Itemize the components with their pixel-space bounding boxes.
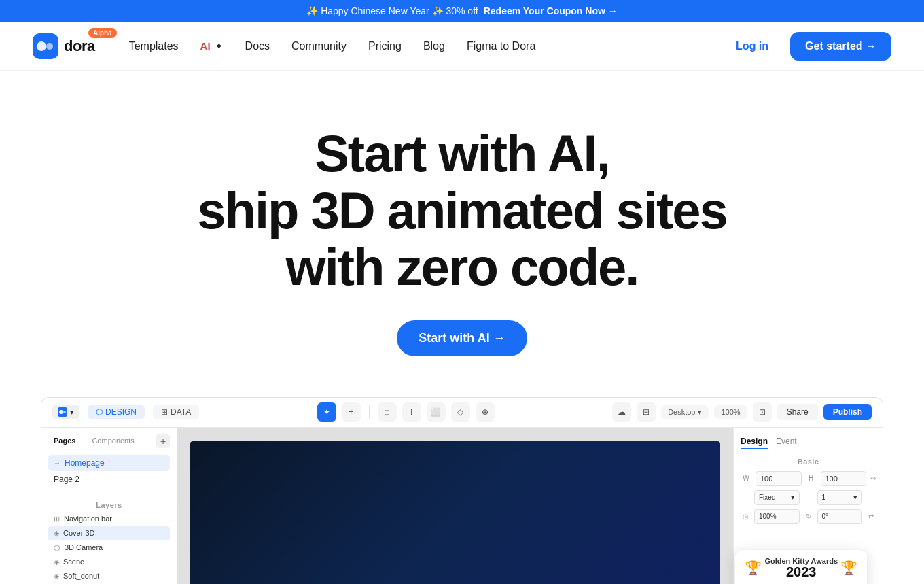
toolbar-divider [369, 406, 370, 418]
nav-templates[interactable]: Templates [120, 35, 188, 58]
nav-ai[interactable]: AI ✦ [191, 35, 233, 58]
prop-w-label: W [741, 475, 751, 482]
prop-h-input[interactable]: 100 [821, 471, 867, 486]
zoom-btn[interactable]: 100% [714, 405, 747, 419]
zoom-label: 100% [721, 408, 740, 416]
layer-navbar[interactable]: ⊞ Navigation bar [48, 512, 170, 526]
banner-text: ✨ Happy Chinese New Year ✨ 30% off [306, 5, 478, 16]
layer-scene-label: Scene [63, 557, 84, 566]
prop-row-opacity: ◎ 100% ↻ 0° ⇄ [741, 509, 876, 524]
add-page-button[interactable]: + [156, 434, 170, 448]
rect-tool-icon[interactable]: □ [378, 402, 397, 422]
extra-icon: ⇄ [866, 513, 876, 520]
award-text-block: Golden Kitty Awards 2023 [764, 557, 838, 579]
data-tab-icon: ⊞ [161, 407, 168, 417]
dash-icon: — [741, 494, 750, 501]
logo-text: dora [64, 37, 95, 55]
design-tab-label: DESIGN [105, 407, 137, 417]
prop-h-label: H [806, 475, 817, 482]
layer-cover3d[interactable]: ◈ Cover 3D [48, 526, 170, 540]
expand-icon[interactable]: ⊡ [753, 402, 772, 422]
prop-y-select[interactable]: 1 ▾ [817, 490, 863, 505]
nav-right: Log in Get started → [725, 32, 891, 61]
editor-logo-icon [58, 407, 67, 417]
layer-navbar-icon: ⊞ [54, 515, 60, 523]
select-arrow2: ▾ [853, 493, 857, 502]
desktop-btn[interactable]: Desktop ▾ [661, 405, 709, 419]
dash-icon2: — [804, 494, 813, 501]
select-arrow: ▾ [791, 493, 795, 502]
prop-x-select[interactable]: Fixed ▾ [754, 490, 800, 505]
cloud-icon[interactable]: ☁ [612, 402, 631, 422]
editor-logo-small: ▾ [52, 405, 79, 419]
rotate-icon: ↻ [804, 513, 813, 520]
share-button[interactable]: Share [777, 404, 818, 420]
top-banner: ✨ Happy Chinese New Year ✨ 30% off Redee… [0, 0, 924, 22]
event-tab[interactable]: Event [776, 434, 797, 449]
editor-topbar: ▾ ⬡ DESIGN ⊞ DATA ✦ + □ T [41, 398, 883, 428]
cursor-tool-icon[interactable]: ✦ [317, 402, 336, 422]
opacity-input[interactable]: 100% [754, 509, 800, 524]
start-with-ai-button[interactable]: Start with AI → [397, 320, 527, 356]
nav-pricing[interactable]: Pricing [359, 35, 411, 58]
design-tab-icon: ⬡ [96, 407, 103, 417]
login-button[interactable]: Log in [725, 35, 779, 58]
layer-scene[interactable]: ◈ Scene [48, 555, 170, 569]
data-tab-label: DATA [171, 407, 191, 417]
nav-community[interactable]: Community [282, 35, 356, 58]
editor-tab-design[interactable]: ⬡ DESIGN [88, 405, 145, 419]
hero-section: Start with AI, ship 3D animated sites wi… [0, 71, 924, 584]
hero-line1: Start with AI, [315, 124, 609, 182]
prop-row-fixed: — Fixed ▾ — 1 ▾ — [741, 490, 876, 505]
fixed-label: Fixed [759, 494, 775, 501]
editor-topbar-center: ✦ + □ T ⬜ ◇ ⊕ [317, 402, 495, 422]
svg-point-1 [37, 41, 46, 51]
layer-donut-icon: ◈ [54, 572, 59, 581]
layer-donut[interactable]: ◈ Soft_donut [48, 569, 170, 583]
sparkle-icon: ✦ [215, 40, 224, 52]
hero-line2: ship 3D animated sites [197, 182, 727, 239]
get-started-button[interactable]: Get started → [790, 32, 891, 61]
text-tool-icon[interactable]: T [402, 402, 421, 422]
nav-figma[interactable]: Figma to Dora [457, 35, 545, 58]
rotate-input[interactable]: 0° [817, 509, 863, 524]
layer-camera-icon: ◎ [54, 543, 60, 552]
add-tool-icon[interactable]: + [342, 402, 361, 422]
editor-logo-label: ▾ [70, 408, 74, 417]
constraint-icon: ⇔ [870, 475, 876, 482]
align-icon[interactable]: ⊟ [637, 402, 656, 422]
props-section-title: Basic [741, 458, 876, 466]
page-2[interactable]: Page 2 [48, 471, 170, 487]
design-tabs: Design Event [741, 434, 876, 449]
prop-row-wh: W 100 H 100 ⇔ [741, 471, 876, 486]
page-homepage-label: Homepage [65, 458, 105, 468]
award-title: Golden Kitty Awards [764, 557, 838, 565]
layer-scene-icon: ◈ [54, 557, 59, 566]
components-tab[interactable]: Components [86, 434, 139, 448]
logo[interactable]: dora Alpha [33, 33, 95, 59]
canvas-content [190, 441, 720, 584]
editor-topbar-left: ▾ ⬡ DESIGN ⊞ DATA [52, 405, 199, 419]
kitty-award-row: 🏆 Golden Kitty Awards 2023 🏆 [745, 557, 857, 579]
layers-title: Layers [48, 498, 170, 512]
editor-preview: ▾ ⬡ DESIGN ⊞ DATA ✦ + □ T [41, 397, 883, 584]
pages-tab[interactable]: Pages [48, 434, 81, 448]
redeem-link[interactable]: Redeem Your Coupon Now → [484, 5, 618, 16]
image-tool-icon[interactable]: ⬜ [427, 402, 446, 422]
laurel-right: 🏆 [840, 560, 857, 576]
prop-w-input[interactable]: 100 [756, 471, 802, 486]
group-tool-icon[interactable]: ⊕ [476, 402, 495, 422]
layer-camera[interactable]: ◎ 3D Camera [48, 540, 170, 555]
nav-left: dora Alpha Templates AI ✦ Docs Community… [33, 33, 545, 59]
design-tab[interactable]: Design [741, 434, 768, 449]
publish-button[interactable]: Publish [823, 404, 872, 420]
award-year: 2023 [786, 565, 817, 579]
layer-cover3d-icon: ◈ [54, 529, 59, 538]
editor-tab-data[interactable]: ⊞ DATA [153, 405, 199, 419]
dash-icon3: — [866, 494, 876, 501]
page-homepage[interactable]: → Homepage [48, 455, 170, 471]
nav-blog[interactable]: Blog [414, 35, 455, 58]
layer-donut-label: Soft_donut [63, 572, 99, 580]
nav-docs[interactable]: Docs [236, 35, 279, 58]
shape-tool-icon[interactable]: ◇ [451, 402, 470, 422]
